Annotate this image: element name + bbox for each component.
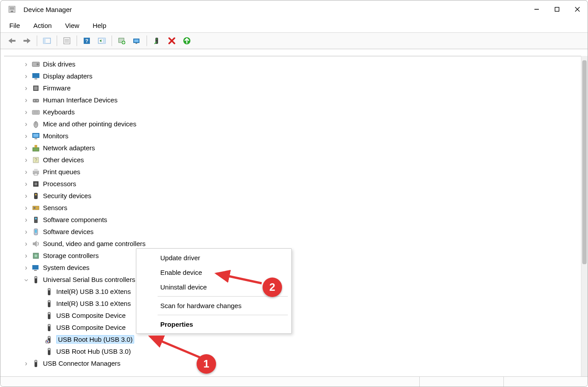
tree-node[interactable]: USB Composite Device [15,309,587,321]
tree-node[interactable]: Sound, video and game controllers [15,238,587,250]
tree-node-label: Software devices [43,228,93,235]
expand-chevron-icon[interactable] [23,228,30,236]
device-manager-window: Device Manager File Action View Help ? [0,0,588,387]
maximize-button[interactable] [547,0,567,18]
expand-chevron-icon[interactable] [23,84,30,92]
usb-icon [45,347,54,356]
svg-rect-41 [35,138,37,139]
usb-icon [45,335,54,344]
expand-chevron-icon[interactable] [23,252,30,260]
ctx-properties[interactable]: Properties [136,317,291,332]
tree-node[interactable]: Universal Serial Bus controllers [15,274,587,285]
expand-chevron-icon[interactable] [23,168,30,176]
expand-chevron-icon[interactable] [23,60,30,68]
tree-node[interactable]: USB Root Hub (USB 3.0) [15,333,587,345]
tree-node[interactable]: Disk drives [15,58,587,70]
usb-icon [31,275,40,284]
tree-node[interactable]: Software devices [15,226,587,238]
tree-node[interactable]: USB Composite Device [15,321,587,333]
action-pane-button[interactable] [95,34,109,47]
sound-icon [31,239,40,248]
menu-action[interactable]: Action [32,22,53,29]
expand-chevron-icon[interactable] [23,180,30,188]
svg-point-23 [156,39,158,40]
tree-node-label: USB Root Hub (USB 3.0) [56,335,134,344]
tree-node-label: USB Composite Device [56,324,126,331]
tree-node[interactable]: Keyboards [15,106,587,118]
tree-node[interactable]: USB Connector Managers [15,357,587,369]
expand-chevron-icon[interactable] [23,216,30,224]
svg-rect-62 [34,270,37,271]
tree-node[interactable]: ?Other devices [15,154,587,166]
svg-rect-2 [11,11,13,12]
tree-node[interactable]: USB Root Hub (USB 3.0) [15,345,587,357]
expand-chevron-icon[interactable] [23,132,30,140]
expand-chevron-icon[interactable] [23,156,30,164]
tree-node[interactable]: Network adapters [15,142,587,154]
svg-rect-74 [48,336,50,338]
update-driver-button[interactable] [115,34,129,47]
enable-device-button[interactable] [150,34,164,47]
sensor-icon [31,203,40,212]
device-tree[interactable]: Disk drivesDisplay adaptersFirmwareHuman… [4,56,587,377]
scrollbar-vertical[interactable] [581,56,588,377]
menu-help[interactable]: Help [92,22,107,29]
usb-icon [45,323,54,332]
expand-chevron-icon[interactable] [23,360,30,367]
mouse-icon [31,120,40,129]
properties-button[interactable] [60,34,74,47]
expand-chevron-icon[interactable] [23,192,30,200]
tree-node[interactable]: Firmware [15,82,587,94]
svg-rect-80 [35,360,37,362]
tree-node[interactable]: Security devices [15,190,587,202]
expand-chevron-icon[interactable] [23,96,30,104]
close-button[interactable] [567,0,588,18]
expand-chevron-icon[interactable] [23,264,30,272]
tree-node[interactable]: Print queues [15,166,587,178]
forward-button[interactable] [20,34,34,47]
tree-node-label: Other devices [43,156,84,164]
tree-node[interactable]: Intel(R) USB 3.10 eXtens [15,297,587,309]
ctx-separator [158,315,288,315]
tree-node-label: USB Composite Device [56,312,126,319]
show-hide-console-tree-button[interactable] [40,34,54,47]
tree-node[interactable]: Monitors [15,130,587,142]
tree-node[interactable]: Software components [15,214,587,226]
tree-node[interactable]: Processors [15,178,587,190]
expand-chevron-icon[interactable] [23,108,30,116]
menu-view[interactable]: View [64,22,80,29]
window-controls [526,0,588,18]
ctx-enable-device[interactable]: Enable device [136,265,291,280]
menu-file[interactable]: File [8,22,21,29]
install-driver-button[interactable] [180,34,194,47]
back-button[interactable] [5,34,19,47]
tree-node[interactable]: Storage controllers [15,250,587,262]
minimize-button[interactable] [526,0,547,18]
ctx-update-driver[interactable]: Update driver [136,250,291,265]
svg-rect-56 [35,218,37,219]
tree-node[interactable]: Intel(R) USB 3.10 eXtens [15,285,587,297]
tree-node[interactable]: Display adapters [15,70,587,82]
expand-chevron-icon[interactable] [23,144,30,152]
scan-hardware-button[interactable] [130,34,144,47]
toolbar: ? [0,33,588,49]
tree-node[interactable]: Mice and other pointing devices [15,118,587,130]
scrollbar-thumb[interactable] [582,60,587,264]
tree-node-label: Keyboards [43,108,75,116]
uninstall-device-button[interactable] [165,34,179,47]
ctx-scan-hardware[interactable]: Scan for hardware changes [136,298,291,313]
tree-node[interactable]: Human Interface Devices [15,94,587,106]
svg-rect-64 [35,277,37,278]
expand-chevron-icon[interactable] [23,204,30,212]
tree-node-label: Software components [43,216,107,223]
menubar: File Action View Help [0,18,588,33]
tree-node-label: Mice and other pointing devices [43,120,136,128]
tree-node[interactable]: System devices [15,262,587,274]
help-button[interactable]: ? [80,34,94,47]
expand-chevron-icon[interactable] [23,276,30,283]
expand-chevron-icon[interactable] [23,72,30,80]
expand-chevron-icon[interactable] [23,240,30,248]
tree-node[interactable]: Sensors [15,202,587,214]
annotation-step-1: 1 [197,354,216,374]
expand-chevron-icon[interactable] [23,120,30,128]
